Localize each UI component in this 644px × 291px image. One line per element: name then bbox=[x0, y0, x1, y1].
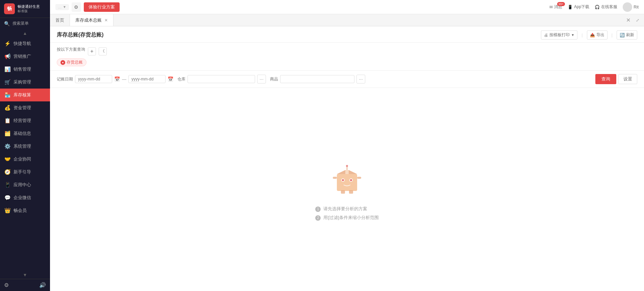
top-bar: ... ▼ ⚙ 体验行业方案 ✉ 消息 99+ 📱 App下载 🎧 在线客服 bbox=[50, 0, 644, 14]
sidebar-item-basic-info[interactable]: 🗂️ 基础信息 bbox=[0, 127, 50, 140]
scroll-up-btn[interactable]: ▲ bbox=[0, 29, 50, 37]
tab-bar-right: ✕ ⤢ bbox=[624, 17, 644, 23]
svg-rect-10 bbox=[341, 190, 345, 194]
logo-icon: 畅 bbox=[4, 3, 15, 14]
filter-label: 按以下方案查询 bbox=[57, 47, 85, 52]
top-bar-left: ... ▼ ⚙ 体验行业方案 bbox=[55, 2, 549, 12]
cooperation-icon: 🤝 bbox=[4, 156, 11, 162]
sales-icon: 📊 bbox=[4, 66, 11, 72]
sidebar-item-finance[interactable]: 💰 资金管理 bbox=[0, 101, 50, 114]
refresh-label: 刷新 bbox=[626, 32, 634, 38]
sidebar-item-cooperation[interactable]: 🤝 企业协同 bbox=[0, 153, 50, 166]
message-icon: ✉ bbox=[549, 5, 553, 9]
svg-rect-8 bbox=[333, 177, 337, 179]
query-actions: 查询 设置 bbox=[595, 74, 637, 84]
svg-rect-11 bbox=[349, 190, 353, 194]
app-download-btn[interactable]: 📱 App下载 bbox=[568, 4, 589, 10]
settings-btn[interactable]: ⚙ bbox=[4, 282, 9, 288]
sidebar-item-sales[interactable]: 📊 销售管理 bbox=[0, 63, 50, 76]
refresh-icon: 🔄 bbox=[620, 33, 625, 38]
breadcrumb-arrow: ▼ bbox=[63, 5, 66, 9]
filter-add-btn[interactable]: + bbox=[88, 47, 96, 55]
sidebar-item-wechat[interactable]: 💬 企业微信 bbox=[0, 191, 50, 204]
trial-button[interactable]: 体验行业方案 bbox=[84, 2, 120, 12]
date-start-input[interactable] bbox=[75, 75, 112, 83]
date-start-calendar-icon[interactable]: 📅 bbox=[114, 76, 120, 82]
print-btn[interactable]: 🖨 按模板打印 ▼ bbox=[541, 30, 577, 40]
cooperation-label: 企业协同 bbox=[14, 156, 31, 162]
filter-collapse-btn[interactable]: 《 bbox=[99, 47, 107, 55]
product-input[interactable] bbox=[280, 75, 354, 83]
sidebar-item-guide[interactable]: 🧭 新手引导 bbox=[0, 166, 50, 178]
empty-illustration bbox=[327, 157, 367, 198]
warehouse-input[interactable] bbox=[188, 75, 255, 83]
logo-text-group: 畅捷通好生意 标准版 bbox=[18, 4, 40, 14]
apps-label: 应用中心 bbox=[14, 182, 31, 188]
gear-icon: ⚙ bbox=[74, 4, 78, 10]
search-icon: 🔍 bbox=[4, 21, 10, 26]
scroll-down-btn[interactable]: ▼ bbox=[0, 271, 50, 279]
sidebar-nav: ⚡ 快捷导航 📢 营销推广 📊 销售管理 🛒 采购管理 🏪 库存核算 💰 资金管… bbox=[0, 37, 50, 271]
sidebar-item-marketing[interactable]: 📢 营销推广 bbox=[0, 50, 50, 63]
settings-button[interactable]: 设置 bbox=[618, 74, 637, 84]
empty-hint-1: 请先选择要分析的方案 bbox=[315, 204, 378, 213]
gear-button[interactable]: ⚙ bbox=[72, 2, 81, 12]
user-avatar-btn[interactable]: Rit bbox=[623, 2, 639, 12]
sidebar-item-system[interactable]: ⚙️ 系统管理 bbox=[0, 140, 50, 153]
tab-close-btn[interactable]: ✕ bbox=[104, 18, 108, 23]
svg-rect-9 bbox=[357, 177, 361, 179]
tab-home-label: 首页 bbox=[55, 17, 64, 23]
basic-info-label: 基础信息 bbox=[14, 130, 31, 137]
sidebar-item-vip[interactable]: 👑 畅会员 bbox=[0, 204, 50, 217]
online-service-btn[interactable]: 🎧 在线客服 bbox=[595, 4, 617, 10]
sidebar-item-quick-nav[interactable]: ⚡ 快捷导航 bbox=[0, 37, 50, 50]
marketing-label: 营销推广 bbox=[14, 53, 31, 59]
sidebar: 畅 畅捷通好生意 标准版 🔍 搜索菜单 ▲ ⚡ 快捷导航 📢 营销推广 📊 销售… bbox=[0, 0, 50, 291]
sidebar-item-inventory[interactable]: 🏪 库存核算 bbox=[0, 89, 50, 101]
phone-icon: 📱 bbox=[568, 5, 573, 9]
product-more-btn[interactable]: ··· bbox=[356, 75, 365, 83]
date-end-calendar-icon[interactable]: 📅 bbox=[168, 76, 173, 82]
avatar bbox=[623, 2, 632, 12]
app-version: 标准版 bbox=[18, 9, 40, 14]
system-label: 系统管理 bbox=[14, 143, 31, 149]
date-separator: — bbox=[122, 77, 126, 82]
vip-label: 畅会员 bbox=[14, 208, 27, 214]
svg-point-4 bbox=[342, 179, 344, 181]
export-btn[interactable]: 📤 导出 bbox=[587, 30, 608, 40]
query-row: 记账日期 📅 — 📅 仓库 ··· 商品 ··· 查询 设置 bbox=[50, 71, 644, 88]
sidebar-item-purchase[interactable]: 🛒 采购管理 bbox=[0, 76, 50, 89]
close-all-tabs-btn[interactable]: ✕ bbox=[624, 17, 633, 23]
wechat-label: 企业微信 bbox=[14, 195, 31, 201]
operations-label: 经营管理 bbox=[14, 118, 31, 124]
empty-text-list: 请先选择要分析的方案 用[过滤]条件来缩小分析范围 bbox=[315, 204, 378, 222]
sidebar-search[interactable]: 🔍 搜索菜单 bbox=[0, 18, 50, 29]
message-badge: 99+ bbox=[557, 2, 565, 6]
scheme-tag[interactable]: ● 存货总账 bbox=[57, 58, 86, 66]
purchase-icon: 🛒 bbox=[4, 79, 11, 85]
tab-home[interactable]: 首页 bbox=[50, 14, 70, 26]
marketing-icon: 📢 bbox=[4, 53, 11, 59]
tab-inventory-ledger[interactable]: 库存成本总账 ✕ bbox=[70, 14, 114, 26]
query-button[interactable]: 查询 bbox=[595, 74, 616, 84]
sidebar-item-operations[interactable]: 📋 经营管理 bbox=[0, 114, 50, 127]
inventory-icon: 🏪 bbox=[4, 92, 11, 98]
finance-label: 资金管理 bbox=[14, 105, 31, 111]
refresh-btn[interactable]: 🔄 刷新 bbox=[617, 30, 637, 40]
print-label: 按模板打印 bbox=[549, 32, 570, 38]
expand-icon[interactable]: ⤢ bbox=[634, 18, 641, 23]
warehouse-more-btn[interactable]: ··· bbox=[257, 75, 266, 83]
breadcrumb: ... ▼ bbox=[55, 4, 69, 10]
breadcrumb-text: ... bbox=[58, 5, 61, 9]
sidebar-item-apps[interactable]: 📱 应用中心 bbox=[0, 178, 50, 191]
filter-bar: 按以下方案查询 + 《 ● 存货总账 bbox=[50, 43, 644, 71]
product-label: 商品 bbox=[270, 76, 278, 82]
sales-label: 销售管理 bbox=[14, 66, 31, 72]
message-btn[interactable]: ✉ 消息 99+ bbox=[549, 4, 562, 10]
product-field-group: 商品 ··· bbox=[270, 75, 365, 83]
page-title: 库存总账(存货总账) bbox=[57, 31, 104, 39]
sep2: | bbox=[612, 32, 613, 38]
audio-btn[interactable]: 🔊 bbox=[39, 282, 46, 288]
date-end-input[interactable] bbox=[128, 75, 166, 83]
export-label: 导出 bbox=[596, 32, 604, 38]
